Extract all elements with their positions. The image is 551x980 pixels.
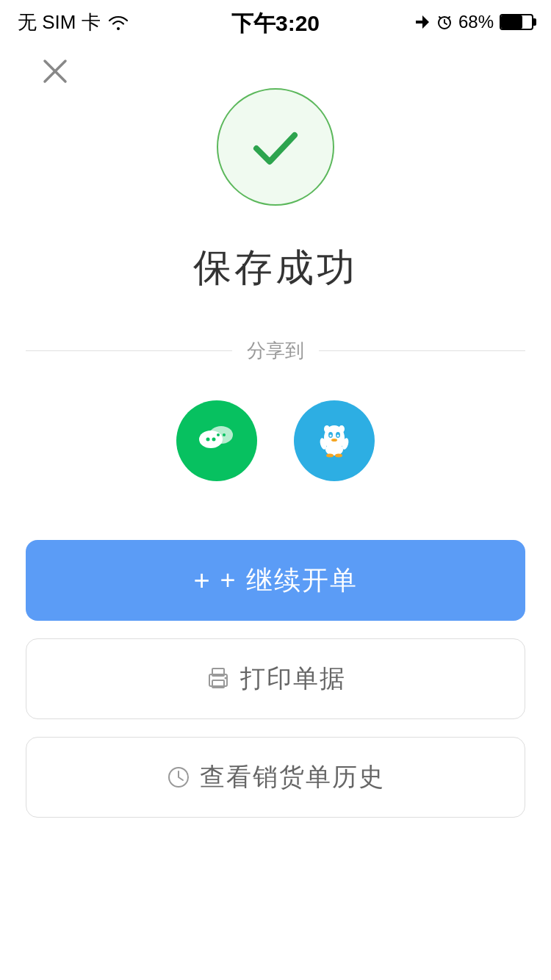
svg-point-17	[325, 444, 343, 455]
print-label: 打印单据	[240, 662, 346, 696]
svg-point-12	[330, 435, 332, 437]
wifi-icon	[108, 14, 129, 30]
svg-point-13	[337, 435, 339, 437]
svg-point-5	[206, 438, 210, 442]
svg-point-16	[339, 425, 345, 433]
close-button[interactable]	[37, 53, 73, 90]
history-button[interactable]: 查看销货单历史	[26, 737, 525, 818]
qq-icon	[311, 417, 358, 464]
printer-icon	[205, 666, 231, 692]
battery-bar	[500, 14, 533, 30]
svg-point-18	[326, 454, 334, 458]
divider-line-right	[319, 350, 525, 351]
alarm-icon	[436, 14, 453, 30]
history-label: 查看销货单历史	[200, 760, 385, 794]
svg-point-6	[212, 438, 216, 442]
success-circle	[217, 88, 334, 206]
action-buttons: + + 继续开单 打印单据 查看销货单历史	[26, 540, 525, 818]
continue-label: + 继续开单	[220, 563, 358, 599]
wechat-share-button[interactable]	[176, 400, 257, 481]
svg-point-19	[335, 454, 342, 458]
share-divider: 分享到	[26, 338, 525, 364]
svg-point-4	[209, 426, 233, 444]
status-right: 68%	[414, 12, 533, 32]
wechat-icon	[193, 417, 240, 464]
share-icons	[176, 400, 375, 481]
status-left: 无 SIM 卡	[18, 10, 129, 35]
close-icon	[42, 58, 68, 84]
battery-fill	[501, 15, 522, 29]
status-time: 下午3:20	[231, 9, 320, 39]
status-bar: 无 SIM 卡 下午3:20 68%	[0, 0, 551, 44]
share-label: 分享到	[247, 338, 304, 364]
main-content: 保存成功 分享到	[0, 44, 551, 818]
svg-point-8	[223, 433, 226, 436]
continue-order-button[interactable]: + + 继续开单	[26, 540, 525, 621]
svg-point-7	[217, 433, 220, 436]
continue-icon: +	[193, 565, 211, 597]
carrier-text: 无 SIM 卡	[18, 10, 101, 35]
success-title: 保存成功	[193, 242, 358, 294]
location-icon	[414, 14, 431, 30]
divider-line-left	[26, 350, 232, 351]
battery-percentage: 68%	[458, 12, 494, 32]
svg-point-25	[225, 677, 227, 680]
svg-point-15	[324, 425, 330, 433]
qq-share-button[interactable]	[294, 400, 375, 481]
history-icon	[166, 765, 191, 790]
print-button[interactable]: 打印单据	[26, 638, 525, 719]
svg-point-14	[331, 439, 337, 442]
checkmark-icon	[246, 118, 305, 176]
